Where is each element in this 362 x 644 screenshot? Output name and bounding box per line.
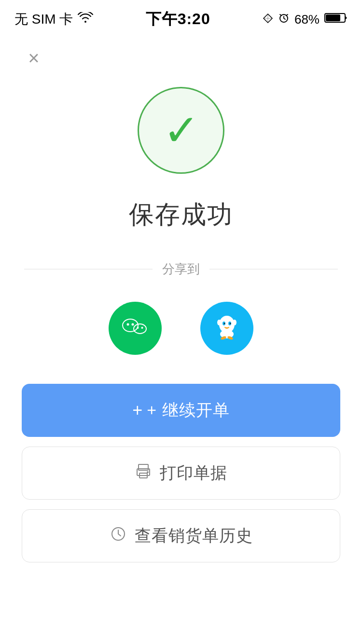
continue-plus-icon: + bbox=[132, 400, 143, 420]
svg-point-15 bbox=[217, 320, 221, 325]
print-icon bbox=[135, 462, 152, 484]
divider-right bbox=[209, 269, 338, 269]
svg-rect-2 bbox=[326, 14, 340, 21]
wifi-icon bbox=[78, 12, 93, 27]
success-title: 保存成功 bbox=[129, 198, 233, 232]
continue-label: + 继续开单 bbox=[147, 399, 229, 421]
status-right: 68% bbox=[263, 12, 348, 27]
divider-left bbox=[24, 269, 153, 269]
history-button[interactable]: 查看销货单历史 bbox=[22, 509, 340, 562]
svg-point-7 bbox=[137, 327, 139, 329]
wechat-logo-icon bbox=[119, 312, 152, 345]
close-button[interactable]: × bbox=[19, 43, 48, 72]
svg-point-16 bbox=[233, 320, 237, 325]
print-label: 打印单据 bbox=[160, 462, 227, 484]
svg-point-8 bbox=[141, 327, 143, 329]
svg-point-4 bbox=[134, 324, 146, 334]
svg-point-5 bbox=[127, 323, 129, 326]
print-button[interactable]: 打印单据 bbox=[22, 447, 340, 500]
history-icon bbox=[110, 525, 127, 546]
qq-share-button[interactable] bbox=[200, 302, 253, 355]
location-icon bbox=[263, 12, 273, 27]
svg-point-14 bbox=[230, 323, 231, 324]
status-bar: 无 SIM 卡 下午3:20 68% bbox=[0, 0, 362, 39]
share-divider: 分享到 bbox=[0, 261, 362, 278]
share-label: 分享到 bbox=[153, 261, 209, 278]
svg-point-6 bbox=[132, 323, 134, 326]
svg-point-13 bbox=[224, 323, 225, 324]
svg-point-22 bbox=[147, 471, 149, 473]
qq-logo-icon bbox=[210, 312, 243, 345]
action-buttons: + + 继续开单 打印单据 查看销货单历 bbox=[22, 384, 340, 562]
svg-rect-19 bbox=[139, 464, 148, 470]
checkmark-icon: ✓ bbox=[163, 109, 199, 152]
alarm-icon bbox=[278, 12, 290, 27]
no-sim-text: 无 SIM 卡 bbox=[14, 10, 73, 28]
status-time: 下午3:20 bbox=[146, 9, 210, 30]
success-circle: ✓ bbox=[138, 87, 224, 174]
battery-icon bbox=[324, 12, 348, 27]
history-label: 查看销货单历史 bbox=[135, 525, 253, 547]
wechat-share-button[interactable] bbox=[109, 302, 162, 355]
main-content: ✓ 保存成功 分享到 bbox=[0, 39, 362, 562]
share-section: 分享到 bbox=[0, 261, 362, 355]
share-icons bbox=[109, 302, 253, 355]
battery-text: 68% bbox=[294, 12, 320, 27]
continue-button[interactable]: + + 继续开单 bbox=[22, 384, 340, 437]
status-left: 无 SIM 卡 bbox=[14, 10, 93, 28]
close-icon: × bbox=[28, 48, 39, 68]
